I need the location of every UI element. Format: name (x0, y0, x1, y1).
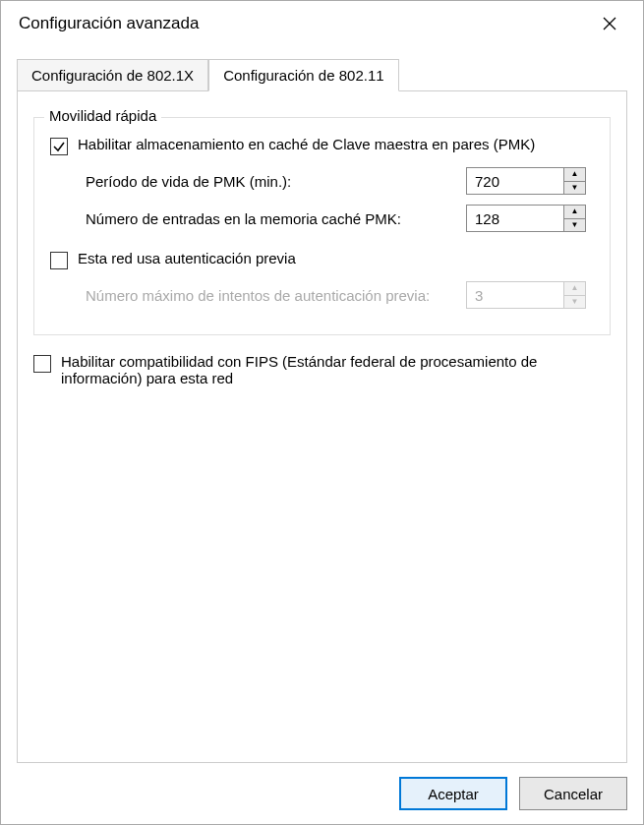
pmk-entries-spinner-buttons: ▲ ▼ (564, 205, 586, 232)
preauth-row: Esta red usa autenticación previa (50, 250, 594, 269)
close-icon (603, 17, 616, 30)
pmk-cache-label: Habilitar almacenamiento en caché de Cla… (78, 136, 594, 152)
preauth-max-spinner-buttons: ▲ ▼ (564, 281, 586, 309)
checkmark-icon (52, 140, 66, 153)
close-button[interactable] (590, 9, 629, 38)
pmk-lifetime-input[interactable] (466, 167, 564, 195)
pmk-entries-label: Número de entradas en la memoria caché P… (86, 210, 466, 227)
window-title: Configuración avanzada (19, 14, 199, 33)
fips-checkbox[interactable] (33, 355, 51, 373)
pmk-lifetime-up[interactable]: ▲ (564, 168, 585, 182)
preauth-max-down: ▼ (564, 296, 585, 309)
pmk-entries-input[interactable] (466, 205, 564, 232)
preauth-max-label: Número máximo de intentos de autenticaci… (86, 287, 466, 304)
ok-button[interactable]: Aceptar (399, 777, 507, 810)
tab-80211[interactable]: Configuración de 802.11 (208, 59, 398, 91)
fips-label: Habilitar compatibilidad con FIPS (Están… (61, 353, 611, 386)
group-label: Movilidad rápida (44, 107, 161, 124)
pmk-lifetime-spinner-buttons: ▲ ▼ (564, 167, 586, 195)
tab-panel-80211: Movilidad rápida Habilitar almacenamient… (17, 90, 627, 763)
button-bar: Aceptar Cancelar (1, 763, 643, 824)
pmk-lifetime-down[interactable]: ▼ (564, 182, 585, 195)
pmk-entries-row: Número de entradas en la memoria caché P… (86, 205, 594, 232)
pmk-subfields: Período de vida de PMK (min.): ▲ ▼ Númer… (86, 167, 594, 232)
tabs: Configuración de 802.1X Configuración de… (17, 59, 627, 91)
pmk-entries-up[interactable]: ▲ (564, 206, 585, 219)
content-area: Configuración de 802.1X Configuración de… (1, 48, 643, 763)
pmk-entries-spinner: ▲ ▼ (466, 205, 594, 232)
pmk-cache-checkbox[interactable] (50, 138, 68, 155)
pmk-lifetime-row: Período de vida de PMK (min.): ▲ ▼ (86, 167, 594, 195)
fast-roaming-group: Movilidad rápida Habilitar almacenamient… (33, 117, 611, 335)
preauth-subfields: Número máximo de intentos de autenticaci… (86, 281, 594, 309)
pmk-lifetime-spinner: ▲ ▼ (466, 167, 594, 195)
preauth-checkbox[interactable] (50, 252, 68, 269)
pmk-entries-down[interactable]: ▼ (564, 219, 585, 232)
fips-row: Habilitar compatibilidad con FIPS (Están… (33, 353, 611, 386)
preauth-max-input (466, 281, 564, 309)
preauth-max-row: Número máximo de intentos de autenticaci… (86, 281, 594, 309)
pmk-lifetime-label: Período de vida de PMK (min.): (86, 173, 466, 190)
preauth-max-up: ▲ (564, 282, 585, 296)
titlebar: Configuración avanzada (1, 1, 643, 48)
cancel-button[interactable]: Cancelar (519, 777, 627, 810)
tab-8021x[interactable]: Configuración de 802.1X (17, 59, 208, 91)
dialog-window: Configuración avanzada Configuración de … (0, 0, 644, 825)
preauth-label: Esta red usa autenticación previa (78, 250, 594, 266)
preauth-max-spinner: ▲ ▼ (466, 281, 594, 309)
pmk-cache-row: Habilitar almacenamiento en caché de Cla… (50, 136, 594, 155)
